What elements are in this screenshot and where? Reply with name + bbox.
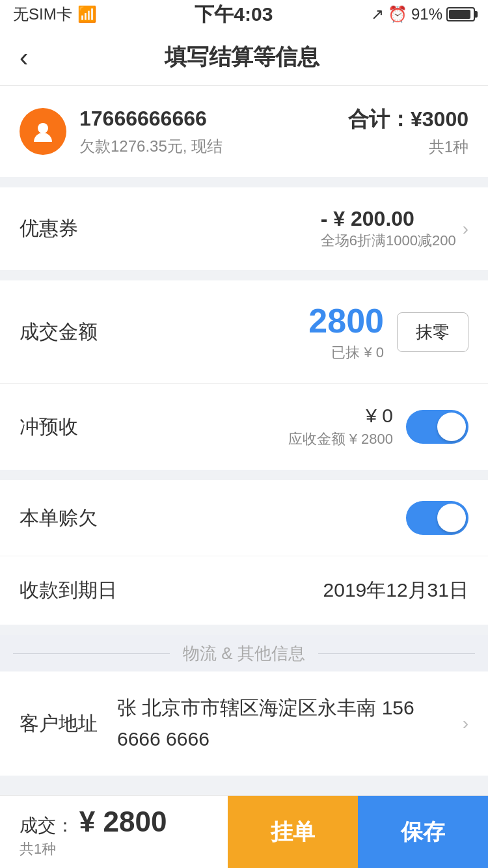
prepay-sub: 应收金额 ¥ 2800 (288, 429, 393, 449)
bottom-deal-label: 成交： ¥ 2800 (20, 806, 208, 838)
total-amount: 合计：¥3000 (348, 105, 468, 134)
address-value: 张 北京市市辖区海淀区永丰南 156 6666 6666 (117, 692, 463, 755)
arrears-toggle-knob (437, 504, 466, 532)
bottom-bar: 成交： ¥ 2800 共1种 挂单 保存 (0, 795, 488, 868)
customer-info: 17666666666 欠款1276.35元, 现结 (79, 107, 223, 157)
save-button[interactable]: 保存 (358, 796, 488, 869)
arrears-section: 本单赊欠 收款到期日 2019年12月31日 (0, 480, 488, 625)
prepay-toggle[interactable] (406, 410, 468, 444)
coupon-chevron-icon: › (463, 219, 468, 239)
prepay-amount-value: ¥ 0 (288, 405, 393, 427)
arrears-toggle[interactable] (406, 501, 468, 535)
address-card[interactable]: 客户地址 张 北京市市辖区海淀区永丰南 156 6666 6666 › (0, 671, 488, 776)
bottom-total-amount: ¥ 2800 (79, 806, 167, 837)
bottom-info: 成交： ¥ 2800 共1种 (0, 806, 228, 859)
status-left: 无SIM卡 📶 (13, 4, 97, 25)
hold-button[interactable]: 挂单 (228, 796, 358, 869)
logistics-label: 物流 & 其他信息 (183, 642, 305, 665)
deal-amount-label: 成交金额 (20, 319, 98, 346)
total-count: 共1种 (348, 137, 468, 157)
deal-amount-section: 成交金额 2800 已抹 ¥ 0 抹零 冲预收 ¥ 0 应收金额 ¥ 2800 (0, 280, 488, 470)
avatar (20, 108, 66, 155)
page-title: 填写结算等信息 (41, 42, 442, 72)
due-date-label: 收款到期日 (20, 577, 117, 604)
alarm-icon: ⏰ (388, 5, 407, 23)
coupon-row[interactable]: 优惠券 - ¥ 200.00 全场6折满1000减200 › (0, 187, 488, 270)
arrears-right (406, 501, 468, 535)
divider-line-left (13, 653, 170, 654)
main-content: 17666666666 欠款1276.35元, 现结 合计：¥3000 共1种 … (0, 86, 488, 864)
customer-phone: 17666666666 (79, 107, 223, 131)
divider-line-right (318, 653, 475, 654)
amount-wrap: 2800 已抹 ¥ 0 (308, 301, 384, 362)
status-bar: 无SIM卡 📶 下午4:03 ↗ ⏰ 91% (0, 0, 488, 29)
nav-bar: ‹ 填写结算等信息 (0, 29, 488, 86)
coupon-right: - ¥ 200.00 全场6折满1000减200 › (321, 207, 468, 251)
location-icon: ↗ (371, 5, 384, 23)
round-down-button[interactable]: 抹零 (397, 312, 468, 352)
wifi-icon: 📶 (77, 5, 97, 23)
prepay-row: 冲预收 ¥ 0 应收金额 ¥ 2800 (0, 384, 488, 470)
due-date-value: 2019年12月31日 (323, 577, 468, 604)
deal-amount-row: 成交金额 2800 已抹 ¥ 0 抹零 (0, 280, 488, 384)
customer-debt: 欠款1276.35元, 现结 (79, 136, 223, 157)
address-chevron-icon: › (463, 713, 468, 734)
prepay-amount-wrap: ¥ 0 应收金额 ¥ 2800 (288, 405, 393, 449)
arrears-row: 本单赊欠 (0, 480, 488, 556)
coupon-desc: 全场6折满1000减200 (321, 231, 456, 251)
coupon-discount: - ¥ 200.00 (321, 207, 456, 231)
due-date-row: 收款到期日 2019年12月31日 (0, 556, 488, 625)
prepay-label: 冲预收 (20, 414, 78, 441)
status-time: 下午4:03 (195, 1, 273, 28)
customer-left: 17666666666 欠款1276.35元, 现结 (20, 107, 223, 157)
address-label: 客户地址 (20, 711, 98, 737)
customer-right: 合计：¥3000 共1种 (348, 105, 468, 157)
deal-amount-value: 2800 (308, 301, 384, 340)
deal-amount-sub: 已抹 ¥ 0 (308, 343, 384, 362)
bottom-deal-prefix: 成交： (20, 815, 74, 835)
status-right: ↗ ⏰ 91% (371, 5, 475, 23)
svg-point-0 (38, 123, 48, 133)
coupon-label: 优惠券 (20, 215, 78, 242)
logistics-divider: 物流 & 其他信息 (0, 635, 488, 671)
battery-percent: 91% (411, 5, 442, 23)
arrears-label: 本单赊欠 (20, 505, 98, 532)
back-button[interactable]: ‹ (20, 44, 28, 70)
deal-amount-right: 2800 已抹 ¥ 0 抹零 (308, 301, 468, 362)
bottom-count: 共1种 (20, 839, 208, 859)
customer-card: 17666666666 欠款1276.35元, 现结 合计：¥3000 共1种 (0, 86, 488, 177)
prepay-toggle-knob (437, 413, 466, 441)
prepay-right: ¥ 0 应收金额 ¥ 2800 (288, 405, 468, 449)
battery-icon (446, 7, 475, 21)
carrier-label: 无SIM卡 (13, 4, 72, 25)
